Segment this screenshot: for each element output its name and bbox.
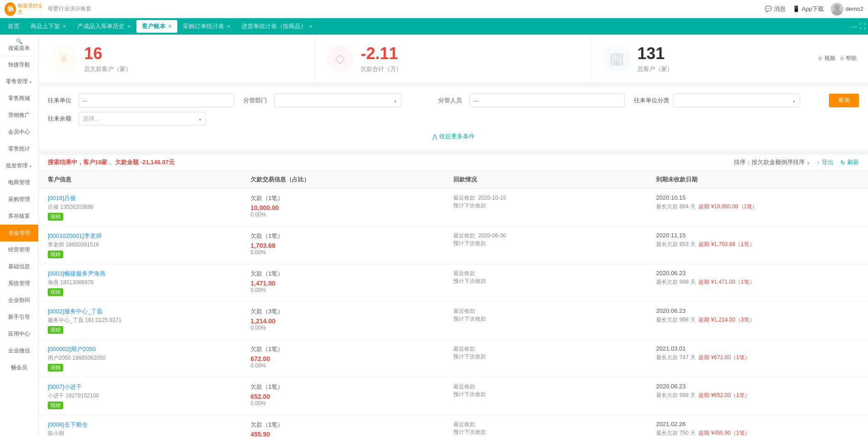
person-label: 分管人员 (438, 96, 466, 105)
customer-name-link[interactable]: [0007]小进干 (48, 383, 251, 391)
sidebar-item-inventory[interactable]: 库存核算 (0, 208, 38, 225)
payment-last-label: 最近收款 (453, 307, 656, 315)
overdue-cell: 2020.11.15 最长欠款 853 天 超期 ¥1,703.68（1笔） (656, 232, 859, 248)
sidebar-item-batch-mgmt[interactable]: 批发管理 (0, 157, 38, 174)
payment-next-label: 预计下次收款 (453, 202, 656, 210)
debt-amount[interactable]: 455.90 (251, 431, 453, 437)
customer-name-link[interactable]: [0003]畅捷服务尹海燕 (48, 270, 251, 278)
sort-select[interactable]: 排序：按欠款金额倒序排序 (734, 158, 810, 166)
sidebar-item-retail-mgmt[interactable]: 零售管理 (0, 73, 38, 90)
payment-last-label: 最近收款 (453, 421, 656, 428)
debt-cell: 欠款（3笔） 1,214.00 0.00% (251, 307, 453, 331)
sidebar-item-marketing[interactable]: 营销推广 (0, 107, 38, 124)
debt-amount[interactable]: 1,471.00 (251, 280, 453, 287)
sidebar-item-enterprise-wechat[interactable]: 企业微信 (0, 342, 38, 359)
sidebar-item-system[interactable]: 系统管理 (0, 275, 38, 292)
filter-classification: 往来单位分类 (634, 94, 820, 107)
sidebar-item-new-guide[interactable]: 新手引导 (0, 309, 38, 326)
overdue-amount-link[interactable]: 超期 ¥1,214.00（3笔） (698, 316, 754, 323)
sidebar-item-ecommerce[interactable]: 电商管理 (0, 174, 38, 191)
tab-product-history[interactable]: 产成品入库单历史 ✕ (72, 20, 136, 33)
tab-close-customer-account[interactable]: ✕ (168, 24, 172, 30)
tab-close-import-stats[interactable]: ✕ (309, 24, 313, 30)
logo-area: 畅 畅捷通好生意 (5, 2, 43, 16)
sidebar-item-operations[interactable]: 经营管理 (0, 241, 38, 258)
tab-home[interactable]: 首页 (2, 20, 25, 33)
balance-select[interactable]: 选择... (79, 112, 206, 126)
customer-name-link[interactable]: [000002]用户2050 (48, 345, 251, 353)
customer-tag: 现销 (48, 251, 63, 258)
payment-cell: 最近收款 2020-10-15 预计下次收款 (453, 194, 656, 210)
table-body: [0016]吕俊 吕俊 13026203696 现销 欠款（1笔） 10,000… (39, 189, 868, 437)
debt-amount[interactable]: 10,000.00 (251, 204, 453, 211)
tab-product-shelf[interactable]: 商品上下架 ✕ (25, 20, 72, 33)
help-btn[interactable]: ⊙ 帮助 (840, 55, 857, 62)
sidebar-item-basic-info[interactable]: 基础信息 (0, 258, 38, 275)
debt-amount[interactable]: 672.00 (251, 355, 453, 362)
customer-info-cell: [0006]去下粮仓 陈小明 现销 (48, 421, 251, 437)
sidebar-item-capital[interactable]: 资金管理 (0, 225, 38, 241)
sidebar-search-btn[interactable]: 🔍 搜索菜单 (0, 35, 38, 56)
tab-close-product-shelf[interactable]: ✕ (62, 24, 66, 30)
customer-name-link[interactable]: [0002]服务中心_丁磊 (48, 307, 251, 316)
debt-cell: 欠款（1笔） 455.90 0.00% (251, 421, 453, 437)
chevron-down-classification (793, 97, 796, 104)
overdue-cell: 2020.06.23 最长欠款 998 天 超期 ¥652.00（1笔） (656, 383, 859, 399)
tab-bar-maximize[interactable]: ⛶ (859, 23, 866, 30)
sidebar-item-chang-member[interactable]: 畅会员 (0, 359, 38, 376)
customer-name-link[interactable]: [0001020001]李老师 (48, 232, 251, 240)
collapse-btn[interactable]: ⋀ 收起更多条件 (48, 130, 859, 143)
overdue-amount-link[interactable]: 超期 ¥10,000.00（1笔） (698, 203, 758, 210)
person-input[interactable]: ··· (469, 94, 625, 107)
tab-close-product-history[interactable]: ✕ (127, 24, 131, 30)
payment-last-label: 最近收款 2020-06-30 (453, 232, 656, 240)
search-button[interactable]: 查询 (829, 94, 859, 107)
overdue-amount-link[interactable]: 超期 ¥1,471.00（1笔） (698, 279, 754, 285)
user-avatar[interactable]: demo2 (831, 3, 863, 15)
debt-cell: 欠款（1笔） 1,471.00 0.00% (251, 270, 453, 293)
classification-label: 往来单位分类 (634, 96, 669, 105)
tab-close-purchase-order[interactable]: ✕ (226, 24, 231, 30)
tab-customer-account[interactable]: 客户账本 ✕ (136, 20, 177, 33)
table-row: [000002]用户2050 用户2050 18665062050 现销 欠款（… (39, 340, 868, 377)
customer-name-link[interactable]: [0016]吕俊 (48, 194, 251, 202)
sidebar-item-purchase[interactable]: 采购管理 (0, 191, 38, 208)
debt-cell: 欠款（1笔） 10,000.00 0.00% (251, 194, 453, 218)
dept-select[interactable] (274, 94, 401, 107)
refresh-btn[interactable]: ↻ 刷新 (840, 158, 859, 166)
sidebar-item-retail-mall[interactable]: 零售商城 (0, 90, 38, 107)
sidebar-item-members[interactable]: 会员中心 (0, 124, 38, 141)
debt-ratio: 0.00% (251, 325, 453, 331)
tab-bar-minimize[interactable]: — (851, 23, 857, 30)
export-btn[interactable]: ↑ 导出 (817, 158, 834, 166)
customer-name-link[interactable]: [0006]去下粮仓 (48, 421, 251, 429)
collapse-up-icon: ⋀ (432, 133, 437, 140)
tab-import-stats[interactable]: 进货单统计表（按商品） ✕ (236, 20, 318, 33)
supplier-input[interactable]: ··· (79, 94, 234, 107)
view-video-btn[interactable]: ⊙ 视频 (818, 55, 835, 62)
tab-purchase-order[interactable]: 采购订单统计表 ✕ (177, 20, 236, 33)
search-icon: 🔍 (16, 38, 23, 45)
filter-dots-supplier: ··· (83, 97, 88, 104)
supplier-label: 往来单位 (48, 96, 75, 105)
sidebar-item-quick-nav[interactable]: 快捷导航 (0, 56, 38, 73)
debt-amount[interactable]: 652.00 (251, 393, 453, 400)
debt-count: 欠款（1笔） (251, 270, 453, 278)
app-download-btn[interactable]: 📱 App下载 (793, 5, 824, 13)
overdue-amount-link[interactable]: 超期 ¥455.90（1笔） (698, 430, 750, 436)
sidebar-item-app-center[interactable]: 应用中心 (0, 326, 38, 342)
export-icon: ↑ (817, 159, 820, 166)
overdue-cell: 2020.10.15 最长欠款 884 天 超期 ¥10,000.00（1笔） (656, 194, 859, 211)
sidebar-item-enterprise[interactable]: 企业协同 (0, 292, 38, 309)
message-btn[interactable]: 💬 消息 (765, 5, 786, 13)
overdue-amount-link[interactable]: 超期 ¥672.00（1笔） (698, 354, 750, 361)
classification-select[interactable] (673, 94, 800, 107)
debt-amount[interactable]: 1,214.00 (251, 317, 453, 325)
debt-amount[interactable]: 1,703.68 (251, 242, 453, 249)
sidebar-item-retail-stats[interactable]: 零售统计 (0, 141, 38, 157)
payment-last-label: 最近收款 (453, 270, 656, 277)
debt-count: 欠款（1笔） (251, 421, 453, 429)
customer-phone: 陈小明 (48, 430, 251, 437)
overdue-amount-link[interactable]: 超期 ¥652.00（1笔） (698, 392, 750, 398)
overdue-amount-link[interactable]: 超期 ¥1,703.68（1笔） (698, 241, 754, 247)
